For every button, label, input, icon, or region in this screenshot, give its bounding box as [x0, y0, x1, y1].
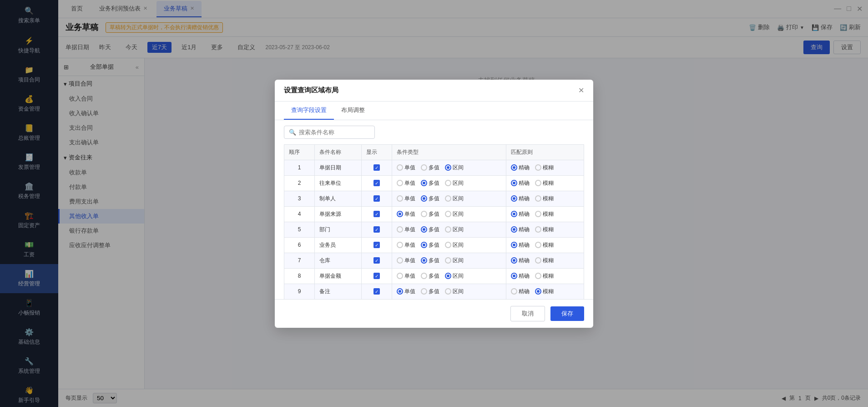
- radio-match-0[interactable]: 精确: [511, 226, 530, 234]
- radio-circle: [445, 195, 451, 202]
- radio-match-1[interactable]: 模糊: [535, 288, 554, 295]
- radio-circle: [397, 273, 403, 279]
- radio-circle: [445, 226, 451, 233]
- show-checkbox[interactable]: ✓: [373, 164, 380, 171]
- radio-type-0[interactable]: 单值: [397, 288, 415, 295]
- radio-type-2[interactable]: 区间: [445, 241, 464, 249]
- radio-match-0[interactable]: 精确: [511, 195, 530, 203]
- table-cell-show[interactable]: ✓: [361, 222, 392, 237]
- radio-type-0[interactable]: 单值: [397, 226, 415, 234]
- radio-type-2[interactable]: 区间: [445, 210, 464, 218]
- radio-type-2[interactable]: 区间: [445, 288, 464, 295]
- table-cell-type: 单值多值区间: [392, 222, 506, 237]
- radio-type-0[interactable]: 单值: [397, 179, 415, 187]
- table-cell-match: 精确模糊: [506, 222, 584, 237]
- radio-type-1[interactable]: 多值: [421, 257, 439, 265]
- col-type: 条件类型: [392, 144, 506, 160]
- radio-type-0[interactable]: 单值: [397, 164, 415, 172]
- table-cell-order: 1: [284, 160, 315, 175]
- table-cell-show[interactable]: ✓: [361, 268, 392, 284]
- col-show: 显示: [361, 144, 392, 160]
- radio-match-1[interactable]: 模糊: [535, 179, 554, 187]
- show-checkbox[interactable]: ✓: [373, 211, 380, 217]
- table-cell-show[interactable]: ✓: [361, 191, 392, 206]
- radio-circle: [421, 242, 427, 248]
- table-cell-order: 8: [284, 268, 315, 284]
- radio-type-0[interactable]: 单值: [397, 195, 415, 203]
- radio-match-circle: [511, 195, 517, 202]
- radio-type-2[interactable]: 区间: [445, 272, 464, 280]
- show-checkbox[interactable]: ✓: [373, 273, 380, 279]
- radio-circle: [421, 257, 427, 264]
- save-button[interactable]: 保存: [550, 306, 584, 321]
- table-cell-show[interactable]: ✓: [361, 175, 392, 191]
- radio-type-1[interactable]: 多值: [421, 210, 439, 218]
- show-checkbox[interactable]: ✓: [373, 180, 380, 186]
- radio-type-1[interactable]: 多值: [421, 226, 439, 234]
- radio-type-2[interactable]: 区间: [445, 195, 464, 203]
- radio-match-1[interactable]: 模糊: [535, 210, 554, 218]
- radio-match-0[interactable]: 精确: [511, 241, 530, 249]
- radio-match-0[interactable]: 精确: [511, 164, 530, 172]
- table-cell-match: 精确模糊: [506, 206, 584, 222]
- show-checkbox[interactable]: ✓: [373, 226, 380, 233]
- table-cell-type: 单值多值区间: [392, 175, 506, 191]
- radio-match-1[interactable]: 模糊: [535, 241, 554, 249]
- modal-tab-field-settings[interactable]: 查询字段设置: [284, 102, 334, 120]
- radio-type-0[interactable]: 单值: [397, 241, 415, 249]
- modal-overlay: 设置查询区域布局 ✕ 查询字段设置 布局调整 🔍: [0, 0, 868, 407]
- show-checkbox[interactable]: ✓: [373, 288, 380, 295]
- modal-tab-layout[interactable]: 布局调整: [334, 102, 372, 120]
- radio-type-1[interactable]: 多值: [421, 272, 439, 280]
- radio-type-1[interactable]: 多值: [421, 195, 439, 203]
- radio-match-1[interactable]: 模糊: [535, 195, 554, 203]
- radio-match-1[interactable]: 模糊: [535, 272, 554, 280]
- radio-match-1[interactable]: 模糊: [535, 226, 554, 234]
- radio-match-0[interactable]: 精确: [511, 179, 530, 187]
- radio-match-0[interactable]: 精确: [511, 210, 530, 218]
- table-cell-show[interactable]: ✓: [361, 253, 392, 268]
- show-checkbox[interactable]: ✓: [373, 257, 380, 264]
- cancel-button[interactable]: 取消: [510, 306, 545, 321]
- modal-footer: 取消 保存: [275, 299, 593, 328]
- modal-search-input[interactable]: [299, 129, 375, 136]
- radio-circle: [445, 164, 451, 171]
- radio-match-0[interactable]: 精确: [511, 288, 530, 295]
- table-cell-match: 精确模糊: [506, 191, 584, 206]
- radio-type-2[interactable]: 区间: [445, 179, 464, 187]
- radio-type-1[interactable]: 多值: [421, 179, 439, 187]
- modal-search-box[interactable]: 🔍: [284, 126, 375, 139]
- table-cell-show[interactable]: ✓: [361, 284, 392, 299]
- radio-match-circle: [535, 211, 541, 217]
- radio-type-2[interactable]: 区间: [445, 257, 464, 265]
- radio-match-0[interactable]: 精确: [511, 272, 530, 280]
- table-cell-type: 单值多值区间: [392, 284, 506, 299]
- show-checkbox[interactable]: ✓: [373, 242, 380, 248]
- radio-type-0[interactable]: 单值: [397, 272, 415, 280]
- radio-type-1[interactable]: 多值: [421, 164, 439, 172]
- radio-match-1[interactable]: 模糊: [535, 257, 554, 265]
- radio-type-2[interactable]: 区间: [445, 226, 464, 234]
- radio-circle: [397, 180, 403, 186]
- show-checkbox[interactable]: ✓: [373, 195, 380, 202]
- radio-type-0[interactable]: 单值: [397, 257, 415, 265]
- col-match: 匹配原则: [506, 144, 584, 160]
- radio-type-1[interactable]: 多值: [421, 288, 439, 295]
- modal-close-button[interactable]: ✕: [578, 86, 584, 95]
- radio-type-0[interactable]: 单值: [397, 210, 415, 218]
- table-cell-show[interactable]: ✓: [361, 206, 392, 222]
- table-cell-show[interactable]: ✓: [361, 160, 392, 175]
- radio-type-2[interactable]: 区间: [445, 164, 464, 172]
- table-cell-type: 单值多值区间: [392, 160, 506, 175]
- table-cell-name: 仓库: [315, 253, 362, 268]
- table-cell-order: 6: [284, 237, 315, 253]
- table-cell-name: 业务员: [315, 237, 362, 253]
- radio-match-0[interactable]: 精确: [511, 257, 530, 265]
- table-cell-match: 精确模糊: [506, 160, 584, 175]
- radio-circle: [421, 288, 427, 295]
- radio-match-circle: [535, 195, 541, 202]
- radio-match-1[interactable]: 模糊: [535, 164, 554, 172]
- radio-type-1[interactable]: 多值: [421, 241, 439, 249]
- table-cell-match: 精确模糊: [506, 175, 584, 191]
- table-cell-show[interactable]: ✓: [361, 237, 392, 253]
